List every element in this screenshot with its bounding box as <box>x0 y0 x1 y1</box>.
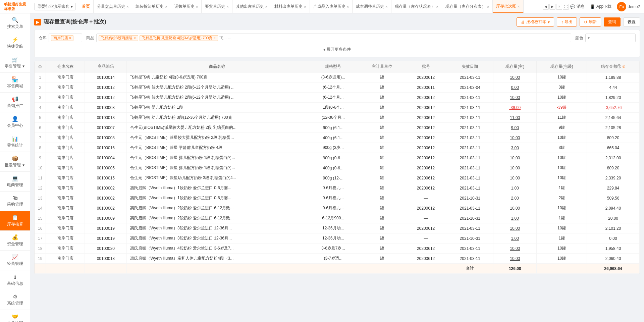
row-warehouse-4: 南岸门店 <box>46 103 85 113</box>
tab-1[interactable]: 分量盘点单历史 × <box>94 0 132 13</box>
expand-filters-btn[interactable]: ▾ 展开更多条件 <box>39 45 636 54</box>
tab-2-close[interactable]: × <box>165 5 167 9</box>
tab-prev-btn[interactable]: ◀ <box>543 4 549 10</box>
sidebar-item-purchase[interactable]: 🛍 采购管理 <box>0 192 30 211</box>
tab-7[interactable]: 产成品入库单历史 × <box>310 0 353 13</box>
row-qty-main-18[interactable]: 10.00 <box>493 244 537 254</box>
row-qty-main-12[interactable]: 1.00 <box>493 183 537 193</box>
tab-1-close[interactable]: × <box>126 5 128 9</box>
tab-9[interactable]: 现存量（库存状况表） × <box>391 0 442 13</box>
sidebar-item-member[interactable]: 👤 会员中心 <box>0 112 30 132</box>
sidebar-item-ecommerce[interactable]: 💻 电商管理 <box>0 172 30 192</box>
tab-10[interactable]: 现存量（库存分布表） × <box>442 0 493 13</box>
row-qty-main-15[interactable]: 1.00 <box>493 213 537 223</box>
row-qty-main-10[interactable]: 10.00 <box>493 163 537 173</box>
tab-next-btn[interactable]: ▶ <box>549 4 555 10</box>
row-qty-main-7[interactable]: 10.00 <box>493 133 537 143</box>
tab-3[interactable]: 调拨单历史 × <box>171 0 202 13</box>
row-expire-9: 2021-03-11 <box>447 153 493 163</box>
tab-10-close[interactable]: × <box>487 5 489 9</box>
sidebar-item-retail-stats[interactable]: 📊 零售统计 <box>0 132 30 152</box>
tab-3-close[interactable]: × <box>196 5 198 9</box>
sidebar-item-finance[interactable]: 💰 资金管理 <box>0 231 30 251</box>
tab-6[interactable]: 材料出库单历史 × <box>271 0 310 13</box>
user-avatar-area[interactable]: Ea demo2 <box>617 2 640 11</box>
row-qty-main-2[interactable]: 0.00 <box>493 83 537 93</box>
sidebar-item-operations[interactable]: 📈 经营管理 <box>0 251 30 270</box>
sidebar-label-13: 基础信息 <box>7 281 23 286</box>
tab-4[interactable]: 要货单历史 × <box>202 0 232 13</box>
settings-btn[interactable]: 设置 <box>623 17 640 26</box>
row-qty-main-4[interactable]: -39.00 <box>493 103 537 113</box>
tab-8[interactable]: 成本调整单历史 × <box>353 0 391 13</box>
tab-2[interactable]: 组装拆卸单历史 × <box>132 0 171 13</box>
tab-maximize-btn[interactable]: ⛶ <box>563 4 569 10</box>
row-qty-main-13[interactable]: 2.00 <box>493 193 537 203</box>
row-code-4: 00100003 <box>85 103 127 113</box>
row-qty-main-1[interactable]: 10.00 <box>493 72 537 83</box>
tab-11-close[interactable]: × <box>518 4 520 8</box>
row-qty-pkg-9: 10罐 <box>537 153 587 163</box>
row-qty-main-17[interactable]: 1.00 <box>493 233 537 244</box>
row-batch-18: 20200612 <box>405 244 447 254</box>
color-tag-container[interactable]: ▾ <box>585 34 636 42</box>
row-qty-main-16[interactable]: 10.00 <box>493 223 537 233</box>
print-btn[interactable]: 🖨 按模板打印 ▾ <box>517 17 554 26</box>
product-more-dots[interactable]: 飞... <box>219 35 227 41</box>
product-tag-1-remove[interactable]: × <box>133 36 136 40</box>
sidebar-item-system[interactable]: ⚙ 系统管理 <box>0 290 30 310</box>
query-btn[interactable]: 查询 <box>604 17 621 26</box>
sidebar-item-search[interactable]: 🔍 搜索英单 <box>0 13 30 33</box>
row-expire-8: 2021-03-11 <box>447 143 493 153</box>
table-header-row: ⚙ 仓库名称 商品编码 商品名称 <box>35 61 640 72</box>
app-download-btn[interactable]: 📱 App下载 <box>590 4 611 9</box>
tab-close-btn[interactable]: × <box>556 4 562 10</box>
row-qty-main-8[interactable]: 3.00 <box>493 143 537 153</box>
tab-7-close[interactable]: × <box>347 5 349 9</box>
avatar-initials: Ea <box>620 5 624 9</box>
expand-label: 展开更多条件 <box>327 47 351 52</box>
warehouse-selector[interactable]: 母婴行业演示账套 ▾ <box>34 3 76 10</box>
tab-8-close[interactable]: × <box>385 5 387 9</box>
sidebar-item-retail-mall[interactable]: 🏪 零售商城 <box>0 73 30 93</box>
warehouse-tag-1-remove[interactable]: × <box>69 36 71 40</box>
tab-5[interactable]: 其他出库单历史 × <box>232 0 271 13</box>
row-qty-main-5[interactable]: 11.00 <box>493 113 537 123</box>
tab-11[interactable]: 库存批次账 × <box>493 0 523 13</box>
row-batch-4: 20200612 <box>405 103 447 113</box>
sidebar-item-collab[interactable]: 🤝 企业协同 <box>0 310 30 322</box>
sidebar-item-marketing[interactable]: 📢 营销推广 <box>0 93 30 112</box>
product-tag-container[interactable]: 飞鹤奶粉3段丙摆装 × 飞鹤星飞帆 儿童奶粉 4段(3-6岁适用) 700克 ×… <box>96 34 571 42</box>
row-amount-13: 509.56 <box>587 193 640 203</box>
row-qty-main-6[interactable]: 9.00 <box>493 123 537 133</box>
row-qty-main-9[interactable]: 10.00 <box>493 153 537 163</box>
sum-empty-8 <box>537 264 587 274</box>
message-btn[interactable]: 💬 消息 <box>570 4 585 9</box>
table-settings-icon[interactable]: ⚙ <box>38 64 42 69</box>
export-btn[interactable]: ↑ 导出 <box>557 17 577 26</box>
sidebar-item-wholesale[interactable]: 📦 批发管理 ▼ <box>0 152 30 172</box>
box-icon: 📦 <box>2 155 28 162</box>
row-expire-11: 2021-03-11 <box>447 173 493 183</box>
sidebar-item-retail-mgmt[interactable]: 🛒 零售管理 ▼ <box>0 53 30 73</box>
product-tag-2-remove[interactable]: × <box>213 36 215 40</box>
warehouse-tag-container[interactable]: 南岸门店 × <box>49 34 82 42</box>
sidebar-item-basicinfo[interactable]: ℹ 基础信息 <box>0 270 30 290</box>
tab-4-close[interactable]: × <box>226 5 228 9</box>
tab-home[interactable]: 首页 <box>78 0 94 13</box>
row-qty-main-3[interactable]: 10.00 <box>493 93 537 103</box>
col-settings[interactable]: ⚙ <box>35 61 46 72</box>
tab-5-close[interactable]: × <box>265 5 267 9</box>
sidebar-item-inventory[interactable]: 📋 库存核算 <box>0 211 30 231</box>
row-qty-main-11[interactable]: 10.00 <box>493 173 537 183</box>
row-qty-main-14[interactable]: 10.00 <box>493 203 537 213</box>
product-dots-2[interactable]: ... <box>228 36 231 40</box>
tab-9-close[interactable]: × <box>436 5 438 9</box>
amount-info-icon[interactable]: ① <box>622 65 625 68</box>
expand-panel-btn[interactable]: ▶ <box>34 19 41 25</box>
row-qty-main-19[interactable]: 10.00 <box>493 254 537 264</box>
sidebar-item-quicknav[interactable]: ⚡ 快捷导航 <box>0 33 30 53</box>
refresh-btn[interactable]: ↺ 刷新 <box>580 17 601 26</box>
tab-6-close[interactable]: × <box>304 5 306 9</box>
warehouse-filter: 仓库 南岸门店 × <box>39 34 82 42</box>
